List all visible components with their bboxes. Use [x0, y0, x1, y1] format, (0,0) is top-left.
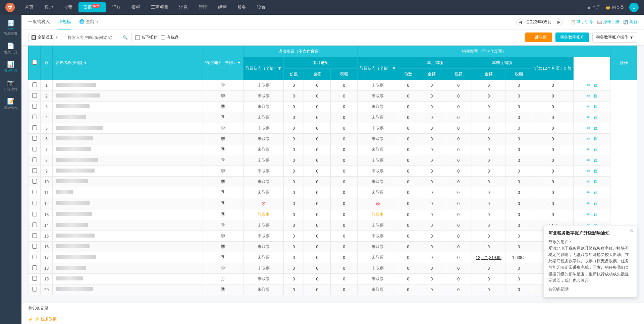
copy-btn[interactable]: ⧉ — [594, 115, 597, 120]
copy-btn[interactable]: ⧉ — [594, 82, 597, 88]
copy-btn[interactable]: ⧉ — [594, 212, 597, 217]
row-checkbox-cell[interactable] — [29, 242, 41, 252]
nav-tax[interactable]: 报税 — [127, 2, 145, 12]
refresh-btn[interactable]: 🔄 刷新 — [623, 19, 637, 25]
row-checkbox-cell[interactable] — [29, 252, 41, 263]
nav-business[interactable]: 工商项目 — [146, 2, 173, 12]
tax-policy-bar[interactable]: ⚡ ⚡ 税务政策 — [21, 314, 644, 324]
one-click-ticket-btn[interactable]: 一键取票 — [525, 33, 552, 42]
under-account-checkbox[interactable]: 名下帐套 — [135, 35, 157, 40]
th-tax-period[interactable]: 纳税期限（全部）▼ — [203, 46, 243, 80]
edit-btn[interactable]: ✏ — [587, 125, 591, 131]
sidebar-item-open-invoice[interactable]: 📄 发票开具 — [0, 40, 21, 57]
nav-service[interactable]: 服务 — [233, 2, 251, 12]
row-checkbox[interactable] — [32, 115, 37, 119]
avatar[interactable]: U — [629, 3, 639, 12]
row-checkbox-cell[interactable] — [29, 155, 41, 166]
row-checkbox[interactable] — [32, 255, 37, 259]
row-checkbox[interactable] — [32, 104, 37, 109]
row-checkbox[interactable] — [32, 168, 37, 173]
under-account-check[interactable] — [135, 35, 140, 40]
row-checkbox-cell[interactable] — [29, 274, 41, 284]
row-checkbox[interactable] — [32, 125, 37, 130]
sidebar-item-summary[interactable]: 📊 票据汇总 — [0, 59, 21, 76]
row-checkbox[interactable] — [32, 276, 37, 281]
fullscreen-btn[interactable]: 🖥 全屏 — [587, 5, 600, 10]
row-checkbox[interactable] — [32, 179, 37, 184]
manual-btn[interactable]: 📖 操作手册 — [597, 19, 619, 25]
has-tax-check[interactable] — [161, 35, 165, 40]
edit-btn[interactable]: ✏ — [587, 168, 591, 174]
row-checkbox[interactable] — [32, 201, 37, 205]
search-box[interactable]: 🔍 — [65, 33, 132, 42]
copy-btn[interactable]: ⧉ — [594, 179, 597, 184]
nav-accounting[interactable]: 记账 — [107, 2, 125, 12]
row-checkbox-cell[interactable] — [29, 166, 41, 177]
row-checkbox-cell[interactable] — [29, 209, 41, 220]
row-checkbox-cell[interactable] — [29, 102, 41, 112]
nav-invoice[interactable]: 票据 new — [78, 2, 106, 12]
membership-btn[interactable]: 👑 购会员 — [605, 5, 624, 10]
sidebar-item-entry[interactable]: 📝 票据录入 — [0, 95, 21, 113]
nav-home[interactable]: 首页 — [20, 2, 38, 12]
row-checkbox[interactable] — [32, 93, 37, 98]
edit-btn[interactable]: ✏ — [587, 82, 591, 88]
th-client-name[interactable]: 客户名称(全部) ▼ — [53, 46, 203, 80]
tax-digital-btn[interactable]: 税务数字账户 — [555, 33, 589, 42]
copy-btn[interactable]: ⧉ — [594, 136, 597, 141]
copy-btn[interactable]: ⧉ — [594, 157, 597, 163]
copy-btn[interactable]: ⧉ — [594, 190, 597, 195]
row-checkbox-cell[interactable] — [29, 187, 41, 198]
edit-btn[interactable]: ✏ — [587, 212, 591, 217]
row-checkbox-cell[interactable] — [29, 91, 41, 102]
row-checkbox[interactable] — [32, 82, 37, 87]
dropdown-icon[interactable]: ▼ — [96, 20, 99, 23]
row-checkbox-cell[interactable] — [29, 112, 41, 123]
edit-btn[interactable]: ✏ — [587, 201, 591, 206]
row-checkbox[interactable] — [32, 222, 37, 227]
tab-small-scale[interactable]: 小规模 — [58, 15, 71, 29]
row-checkbox-cell[interactable] — [29, 134, 41, 144]
copy-btn[interactable]: ⧉ — [594, 147, 597, 152]
tax-dropdown-btn[interactable]: 税务数字账户操作 ▼ — [592, 32, 637, 43]
search-icon[interactable]: 🔍 — [123, 35, 128, 40]
nav-message[interactable]: 消息 — [174, 2, 193, 12]
sidebar-item-smart-ticket[interactable]: 🧾 new 智能取票 — [0, 17, 21, 39]
edit-btn[interactable]: ✏ — [587, 115, 591, 120]
nav-operation[interactable]: 经营 — [213, 2, 231, 12]
row-checkbox-cell[interactable] — [29, 177, 41, 187]
row-checkbox-cell[interactable] — [29, 80, 41, 91]
select-all-checkbox[interactable] — [32, 60, 37, 65]
new-guide-btn[interactable]: 📋 新手引导 — [571, 19, 593, 25]
edit-btn[interactable]: ✏ — [587, 179, 591, 184]
notification-close-btn[interactable]: ✕ — [630, 228, 634, 234]
edit-btn[interactable]: ✏ — [587, 104, 591, 109]
next-month-btn[interactable]: ▶ — [555, 18, 563, 26]
row-checkbox[interactable] — [32, 147, 37, 151]
row-checkbox-cell[interactable] — [29, 263, 41, 274]
row-checkbox[interactable] — [32, 190, 37, 194]
copy-btn[interactable]: ⧉ — [594, 201, 597, 206]
edit-btn[interactable]: ✏ — [587, 190, 591, 195]
copy-btn[interactable]: ⧉ — [594, 104, 597, 109]
row-checkbox[interactable] — [32, 136, 37, 141]
row-checkbox-cell[interactable] — [29, 220, 41, 231]
nav-settings[interactable]: 设置 — [252, 2, 270, 12]
row-checkbox-cell[interactable] — [29, 123, 41, 134]
nav-admin[interactable]: 管理 — [194, 2, 212, 12]
row-checkbox[interactable] — [32, 233, 37, 238]
edit-btn[interactable]: ✏ — [587, 157, 591, 163]
th-out-fetch-status[interactable]: 取票状态（全部）▼ — [358, 57, 398, 80]
th-settings[interactable]: ⚙ — [41, 46, 53, 80]
copy-btn[interactable]: ⧉ — [594, 168, 597, 174]
copy-btn[interactable]: ⧉ — [594, 93, 597, 99]
edit-btn[interactable]: ✏ — [587, 147, 591, 152]
prev-month-btn[interactable]: ◀ — [516, 18, 524, 26]
row-checkbox[interactable] — [32, 265, 37, 270]
row-checkbox[interactable] — [32, 287, 37, 291]
employee-filter[interactable]: 🔲 全部员工 ▼ — [28, 33, 61, 42]
has-tax-checkbox[interactable]: 有税盘 — [161, 35, 179, 40]
row-checkbox[interactable] — [32, 212, 37, 216]
nav-client[interactable]: 客户 — [40, 2, 58, 12]
tab-general-taxpayer[interactable]: 一般纳税人 — [28, 15, 50, 29]
